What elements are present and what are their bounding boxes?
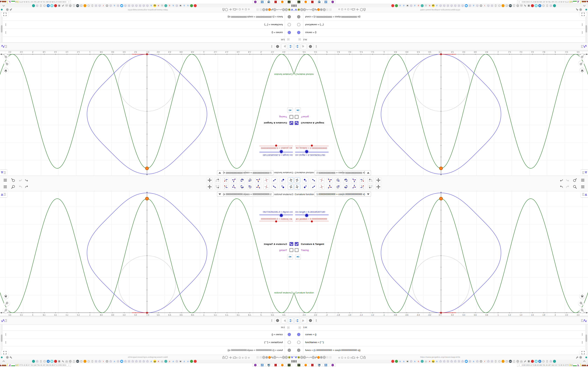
favicon-star[interactable] (549, 4, 552, 7)
favicon-star[interactable] (131, 360, 134, 363)
toolbar-menu-button[interactable] (580, 178, 585, 183)
taskbar-app-monitor-cam[interactable] (316, 363, 322, 367)
favicon-star[interactable] (109, 4, 112, 7)
favicon-dot[interactable] (190, 360, 193, 363)
tracing-checkbox[interactable] (295, 248, 299, 252)
favicon-gear[interactable]: circle cx="10" cy="10" r="4.5" fill="#42… (479, 360, 483, 363)
row-menu-icon[interactable] (4, 23, 7, 26)
row-menu-icon[interactable] (581, 31, 584, 34)
toolbar-menu-button[interactable] (3, 178, 8, 183)
sqS-icon[interactable] (340, 8, 344, 11)
taskbar-app-firefox[interactable] (303, 363, 309, 367)
favicon-barrel[interactable] (58, 360, 61, 363)
arc-length-slider[interactable] (259, 214, 293, 215)
toolbar-undo-button[interactable] (24, 184, 29, 189)
chevron-up-icon[interactable] (583, 5, 586, 7)
tool-ellipse[interactable] (343, 177, 349, 183)
favicon-star[interactable] (175, 360, 178, 363)
arc-position-slider-knob[interactable] (275, 220, 277, 223)
taskbar-app-purple-mascot[interactable] (330, 0, 336, 4)
taskbar-app-firefox[interactable] (279, 363, 285, 367)
lock-icon[interactable] (363, 356, 366, 359)
collapse-icon[interactable] (287, 326, 289, 329)
taskbar-app-screenshot-tool[interactable] (296, 0, 302, 4)
tool-ellipse[interactable] (239, 184, 245, 190)
toolbar-undo-button[interactable] (559, 178, 564, 183)
favicon-dot[interactable] (194, 360, 197, 363)
favicon-dot[interactable] (502, 360, 504, 363)
system-monitor-widget[interactable]: » 0.06 0.00 0.17 0.89 20 263 721 34 187 … (0, 0, 71, 4)
favicon-star[interactable] (146, 360, 149, 363)
arc-length-slider-knob[interactable] (305, 213, 309, 217)
favicon-star[interactable] (476, 4, 479, 7)
favicon-star[interactable] (410, 4, 413, 7)
toolbar-undo-button[interactable] (559, 184, 564, 189)
arrowL-icon[interactable] (356, 356, 359, 359)
arc-length-slider-knob[interactable] (279, 150, 283, 154)
favicon-star[interactable] (446, 360, 450, 363)
favicon-G[interactable]: G (186, 4, 189, 7)
favicon-house[interactable] (50, 360, 53, 363)
arc-length-slider[interactable] (295, 214, 329, 215)
favicon-star[interactable] (124, 360, 127, 363)
taskbar-app-screenshot-tool[interactable] (296, 363, 302, 367)
favicon-star[interactable] (117, 360, 120, 363)
favicon-cn[interactable]: cn (509, 360, 512, 363)
function-input[interactable]: 1.000000000000 + cos(4.000000000000 x) (217, 170, 273, 175)
favicon-pill[interactable] (546, 360, 549, 363)
row-menu-icon[interactable] (581, 23, 584, 26)
arc-length-slider[interactable] (295, 152, 329, 153)
arc-length-slider[interactable] (259, 152, 293, 153)
favicon-star[interactable] (461, 360, 464, 363)
favicon-box[interactable] (505, 360, 508, 363)
favicon-gear[interactable]: circle cx="10" cy="10" r="4.5" fill="#9e… (87, 4, 90, 7)
algebra-row-funcNames[interactable]: funcNames = {" "} (294, 21, 588, 29)
tracing-checkbox[interactable] (289, 115, 293, 119)
chevron-down-icon[interactable] (367, 172, 369, 174)
favicon-G[interactable]: G (150, 360, 153, 363)
favicon-star[interactable] (128, 4, 130, 7)
visibility-toggle[interactable] (297, 15, 300, 18)
favicon-star[interactable] (124, 4, 127, 7)
visibility-toggle[interactable] (297, 341, 300, 344)
favicon-G[interactable]: G (172, 360, 175, 363)
tool-point[interactable]: A (280, 184, 285, 190)
algebra-row-curves[interactable]: curves = {} (0, 28, 294, 36)
folder-icon[interactable] (233, 8, 236, 11)
arrowL-icon[interactable] (229, 356, 232, 359)
dotS-icon[interactable] (241, 356, 244, 359)
fx-button[interactable]: fx (301, 318, 307, 323)
taskbar-app-screenshot-tool[interactable] (286, 0, 292, 4)
favicon-dot[interactable] (391, 360, 394, 363)
tool-slider[interactable]: a = 2 (367, 177, 373, 183)
favicon-G[interactable]: G (168, 4, 171, 7)
algebra-row-funcNames[interactable]: funcNames = {" "} (0, 338, 294, 346)
favicon-dot[interactable] (421, 360, 424, 363)
taskbar-app-red-settings[interactable] (273, 0, 279, 4)
favicon-pill[interactable] (91, 360, 94, 363)
favicon-gear[interactable]: circle cx="10" cy="10" r="4.5" fill="#9e… (87, 360, 90, 363)
taskbar-app-monitor-cam[interactable] (266, 0, 272, 4)
settings-button[interactable] (275, 318, 280, 323)
tool-line[interactable] (272, 184, 277, 190)
favicon-barrel[interactable] (58, 4, 61, 7)
favicon-dot[interactable] (32, 4, 35, 7)
tool-move[interactable] (294, 177, 300, 183)
taskbar-app-floppy-64[interactable]: 64 (323, 363, 329, 367)
tool-point[interactable]: A (303, 177, 308, 183)
favicon-gear[interactable]: circle cx="10" cy="10" r="4.5" fill="#9e… (43, 4, 46, 7)
favicon-plus[interactable] (538, 360, 541, 363)
favicon-box[interactable] (80, 360, 83, 363)
taskbar-app-floppy-64[interactable]: 64 (259, 0, 265, 4)
gear-icon[interactable] (579, 8, 582, 11)
taskbar-app-purple-mascot[interactable] (252, 363, 259, 367)
tool-ellipse[interactable] (343, 184, 349, 190)
sqS-icon[interactable] (238, 356, 242, 359)
settings-button[interactable] (308, 44, 313, 49)
favicon-G[interactable]: G (183, 4, 186, 7)
favicon-egg[interactable] (72, 4, 75, 7)
favicon-gear[interactable]: circle cx="10" cy="10" r="4.5" fill="#9e… (43, 360, 46, 363)
collapse-icon[interactable] (299, 326, 301, 329)
ghost-icon[interactable] (259, 8, 262, 11)
favicon-gear[interactable]: circle cx="10" cy="10" r="4.5" fill="#9e… (542, 4, 545, 7)
